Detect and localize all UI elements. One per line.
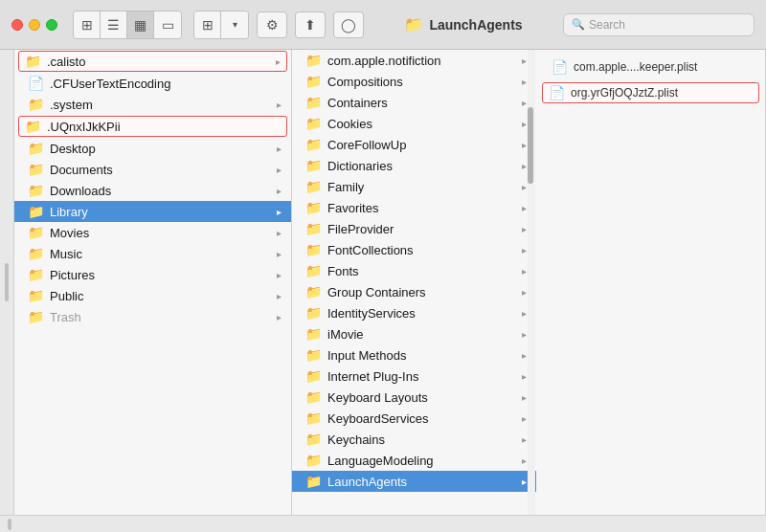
search-bar[interactable]: 🔍 Search xyxy=(563,13,755,36)
col2-item-dictionaries[interactable]: 📁Dictionaries▸ xyxy=(292,155,536,176)
chevron-right-icon: ▸ xyxy=(522,287,527,298)
item-label: Compositions xyxy=(327,75,516,89)
col2-item-inputmethods[interactable]: 📁Input Methods▸ xyxy=(292,344,536,366)
col1-item-documents[interactable]: 📁Documents▸ xyxy=(14,159,291,180)
folder-icon: 📄 xyxy=(28,76,44,91)
col2-item-cookies[interactable]: 📁Cookies▸ xyxy=(292,113,536,134)
item-label: Group Containers xyxy=(327,285,516,299)
item-label: .UQnxIJkKPii xyxy=(47,120,281,134)
item-label: Keyboard Layouts xyxy=(327,390,516,405)
col1-item-cfusertextencoding[interactable]: 📄.CFUserTextEncoding xyxy=(14,73,291,94)
chevron-right-icon: ▸ xyxy=(277,144,282,154)
col1-item-library[interactable]: 📁Library▸ xyxy=(14,201,291,222)
chevron-right-icon: ▸ xyxy=(522,182,527,192)
item-label: Music xyxy=(50,247,271,261)
col2-item-identityservices[interactable]: 📁IdentityServices▸ xyxy=(292,302,536,323)
close-button[interactable] xyxy=(11,19,23,31)
col2-item-compositions[interactable]: 📁Compositions▸ xyxy=(292,71,536,92)
folder-icon: 📁 xyxy=(305,263,322,278)
folder-icon: 📁 xyxy=(28,288,44,303)
col2-item-internetplugins[interactable]: 📁Internet Plug-Ins▸ xyxy=(292,366,536,387)
chevron-right-icon: ▸ xyxy=(522,119,527,129)
col2-item-keyboardlayouts[interactable]: 📁Keyboard Layouts▸ xyxy=(292,387,536,408)
view-chevron-button[interactable]: ▾ xyxy=(221,11,248,38)
col2-item-corefollowup[interactable]: 📁CoreFollowUp▸ xyxy=(292,134,536,155)
sidebar-handle xyxy=(5,263,9,301)
folder-icon: 📁 xyxy=(305,53,322,68)
view-icon-group: ⊞ ☰ ▦ ▭ xyxy=(73,11,182,39)
col2-item-fonts[interactable]: 📁Fonts▸ xyxy=(292,260,536,281)
item-label: Pictures xyxy=(50,268,271,282)
folder-icon: 📁 xyxy=(305,116,322,131)
col1-item-trash[interactable]: 📁Trash▸ xyxy=(14,306,291,327)
col1-item-uqnxijkkpii[interactable]: 📁.UQnxIJkKPii xyxy=(18,116,287,137)
col1-item-system[interactable]: 📁.system▸ xyxy=(14,94,291,115)
chevron-right-icon: ▸ xyxy=(522,55,527,66)
grid-view-button[interactable]: ⊞ xyxy=(74,11,101,38)
col3-file-comapplekeeper[interactable]: 📄com.apple....keeper.plist xyxy=(542,55,759,78)
chevron-right-icon: ▸ xyxy=(277,207,282,217)
chevron-right-icon: ▸ xyxy=(522,477,527,487)
column-1: 📁.calisto▸📄.CFUserTextEncoding📁.system▸📁… xyxy=(14,50,292,515)
action-gear-button[interactable]: ⚙ xyxy=(257,11,287,38)
gallery-view-button[interactable]: ▭ xyxy=(154,11,181,38)
file-name: org.yrGfjOQJztZ.plist xyxy=(571,86,678,100)
item-label: Favorites xyxy=(327,201,516,215)
col2-item-comapplenotification[interactable]: 📁com.apple.notifiction▸ xyxy=(292,50,536,71)
folder-icon: 📁 xyxy=(305,284,322,299)
col2-item-launchagents[interactable]: 📁LaunchAgents▸ xyxy=(292,471,536,492)
folder-icon: 📁 xyxy=(305,368,322,384)
col2-item-keyboardservices[interactable]: 📁KeyboardServices▸ xyxy=(292,408,536,429)
tag-button[interactable]: ◯ xyxy=(333,11,364,38)
col1-item-public[interactable]: 📁Public▸ xyxy=(14,285,291,306)
col2-item-keychains[interactable]: 📁Keychains▸ xyxy=(292,429,536,450)
file-name: com.apple....keeper.plist xyxy=(574,60,697,74)
folder-icon: 📁 xyxy=(28,97,44,112)
folder-icon: 📁 xyxy=(305,179,322,194)
column-view-button[interactable]: ▦ xyxy=(127,11,154,38)
item-label: Cookies xyxy=(327,117,516,131)
bottom-bar xyxy=(0,515,766,532)
col3-file-orgyrGfj[interactable]: 📄org.yrGfjOQJztZ.plist xyxy=(542,82,759,103)
col1-item-desktop[interactable]: 📁Desktop▸ xyxy=(14,138,291,159)
title-bar: ⊞ ☰ ▦ ▭ ⊞ ▾ ⚙ ⬆ ◯ 📁 LaunchAgents 🔍 Searc… xyxy=(0,0,766,50)
item-label: Internet Plug-Ins xyxy=(327,369,516,384)
share-button[interactable]: ⬆ xyxy=(295,11,326,38)
col2-item-family[interactable]: 📁Family▸ xyxy=(292,176,536,197)
item-label: LaunchAgents xyxy=(327,475,516,489)
chevron-right-icon: ▸ xyxy=(277,165,282,175)
chevron-right-icon: ▸ xyxy=(522,140,527,150)
col2-item-groupcontainers[interactable]: 📁Group Containers▸ xyxy=(292,281,536,302)
chevron-right-icon: ▸ xyxy=(277,249,282,259)
folder-icon: 📁 xyxy=(28,162,44,177)
folder-icon: 📁 xyxy=(305,200,322,215)
list-view-button[interactable]: ☰ xyxy=(101,11,127,38)
folder-icon: 📁 xyxy=(305,347,322,363)
item-label: Keychains xyxy=(327,432,516,447)
col2-item-favorites[interactable]: 📁Favorites▸ xyxy=(292,197,536,218)
icon-size-button[interactable]: ⊞ xyxy=(194,11,221,38)
folder-icon: 📁 xyxy=(25,54,41,69)
chevron-right-icon: ▸ xyxy=(522,245,527,255)
item-label: Library xyxy=(50,205,271,219)
col2-item-fontcollections[interactable]: 📁FontCollections▸ xyxy=(292,239,536,260)
chevron-right-icon: ▸ xyxy=(522,308,527,319)
scrollbar-thumb[interactable] xyxy=(528,107,533,184)
maximize-button[interactable] xyxy=(46,19,57,31)
item-label: Dictionaries xyxy=(327,159,516,173)
col1-item-downloads[interactable]: 📁Downloads▸ xyxy=(14,180,291,201)
col1-item-movies[interactable]: 📁Movies▸ xyxy=(14,222,291,243)
col1-item-calisto[interactable]: 📁.calisto▸ xyxy=(18,51,287,72)
col2-item-languagemodeling[interactable]: 📁LanguageModeling▸ xyxy=(292,450,536,471)
col2-item-fileprovider[interactable]: 📁FileProvider▸ xyxy=(292,218,536,239)
chevron-right-icon: ▸ xyxy=(277,100,282,110)
item-label: Fonts xyxy=(327,264,516,278)
folder-icon: 📁 xyxy=(305,242,322,257)
minimize-button[interactable] xyxy=(29,19,40,31)
scrollbar[interactable] xyxy=(528,50,535,515)
col2-item-imovie[interactable]: 📁iMovie▸ xyxy=(292,323,536,344)
col1-item-pictures[interactable]: 📁Pictures▸ xyxy=(14,264,291,285)
folder-icon: 📁 xyxy=(305,453,322,468)
col1-item-music[interactable]: 📁Music▸ xyxy=(14,243,291,264)
col2-item-containers[interactable]: 📁Containers▸ xyxy=(292,92,536,113)
